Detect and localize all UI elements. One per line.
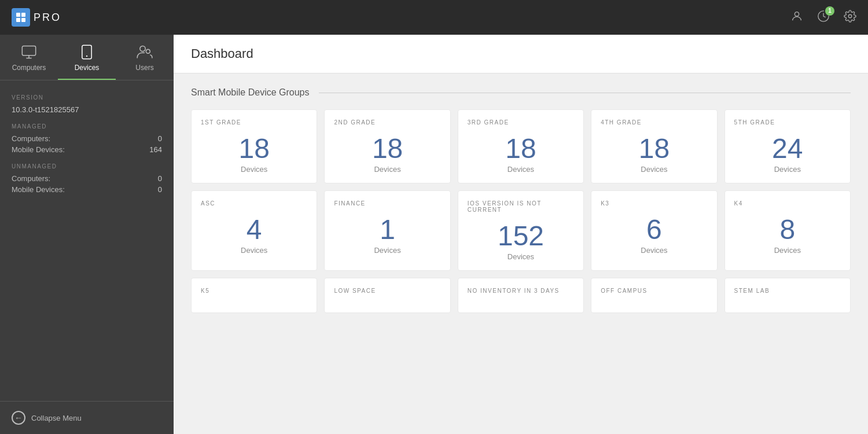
card-unit: Devices <box>201 165 307 174</box>
card-label: OFF CAMPUS <box>601 288 707 294</box>
device-groups-row-3: K5 LOW SPACE NO INVENTORY IN 3 DAYS OFF … <box>191 278 851 313</box>
card-label: 2ND GRADE <box>334 119 440 126</box>
settings-icon-button[interactable] <box>844 10 856 25</box>
card-count: 18 <box>601 135 707 163</box>
card-count: 6 <box>601 216 707 244</box>
managed-computers-row: Computers: 0 <box>12 134 162 143</box>
card-unit: Devices <box>468 252 574 261</box>
card-label: 3RD GRADE <box>468 119 574 126</box>
sidebar-item-computers-label: Computers <box>12 64 46 72</box>
device-card-4th-grade[interactable]: 4TH GRADE 18 Devices <box>591 109 717 183</box>
card-count: 152 <box>468 222 574 250</box>
device-card-finance[interactable]: FINANCE 1 Devices <box>324 190 450 271</box>
jamf-logo[interactable]: PRO <box>12 8 61 27</box>
card-count: 18 <box>201 135 307 163</box>
card-unit: Devices <box>334 165 440 174</box>
card-count: 8 <box>734 216 841 244</box>
logo-text: PRO <box>34 12 61 24</box>
device-card-k4[interactable]: K4 8 Devices <box>724 190 851 271</box>
card-label: FINANCE <box>334 200 440 207</box>
device-card-stem-lab[interactable]: STEM LAB <box>724 278 851 313</box>
card-label: K3 <box>601 200 707 207</box>
card-count: 18 <box>468 135 574 163</box>
card-label: IOS VERSION IS NOT CURRENT <box>468 200 574 213</box>
main-layout: Computers Devices Users V <box>0 35 868 434</box>
svg-rect-0 <box>16 13 20 17</box>
device-card-k5[interactable]: K5 <box>191 278 317 313</box>
device-card-off-campus[interactable]: OFF CAMPUS <box>591 278 717 313</box>
sidebar-item-devices-label: Devices <box>75 64 100 72</box>
device-card-asc[interactable]: ASC 4 Devices <box>191 190 317 271</box>
card-label: 4TH GRADE <box>601 119 707 126</box>
card-count: 24 <box>734 135 841 163</box>
top-nav-actions: 1 <box>790 10 856 25</box>
device-groups-row-1: 1ST GRADE 18 Devices 2ND GRADE 18 Device… <box>191 109 851 183</box>
sidebar-item-users[interactable]: Users <box>116 35 174 80</box>
sidebar-item-users-label: Users <box>135 64 153 72</box>
svg-point-4 <box>795 12 799 16</box>
dashboard-title: Dashboard <box>191 46 851 61</box>
card-label: K5 <box>201 288 307 294</box>
unmanaged-mobile-row: Mobile Devices: 0 <box>12 185 162 194</box>
svg-rect-3 <box>21 18 25 22</box>
unmanaged-computers-label: Computers: <box>12 174 50 183</box>
managed-mobile-label: Mobile Devices: <box>12 145 65 154</box>
card-label: K4 <box>734 200 841 207</box>
collapse-menu-button[interactable]: ← Collapse Menu <box>0 401 174 434</box>
sidebar-info: VERSION 10.3.0-t1521825567 MANAGED Compu… <box>0 80 174 401</box>
device-card-3rd-grade[interactable]: 3RD GRADE 18 Devices <box>458 109 584 183</box>
unmanaged-computers-value: 0 <box>158 174 162 183</box>
user-icon-button[interactable] <box>790 10 803 25</box>
card-unit: Devices <box>601 246 707 255</box>
device-card-1st-grade[interactable]: 1ST GRADE 18 Devices <box>191 109 317 183</box>
managed-label: MANAGED <box>12 123 162 130</box>
unmanaged-label: UNMANAGED <box>12 163 162 170</box>
sidebar: Computers Devices Users V <box>0 35 174 434</box>
logo-area: PRO <box>12 8 61 27</box>
svg-point-5 <box>848 14 852 18</box>
card-label: STEM LAB <box>734 288 841 294</box>
managed-mobile-value: 164 <box>149 145 162 154</box>
card-label: NO INVENTORY IN 3 DAYS <box>468 288 574 294</box>
card-count: 18 <box>334 135 440 163</box>
version-label: VERSION <box>12 94 162 101</box>
card-label: 1ST GRADE <box>201 119 307 126</box>
device-card-k3[interactable]: K3 6 Devices <box>591 190 717 271</box>
card-unit: Devices <box>201 246 307 255</box>
notification-badge: 1 <box>825 6 834 16</box>
card-unit: Devices <box>734 246 841 255</box>
sidebar-item-computers[interactable]: Computers <box>0 35 58 80</box>
card-label: LOW SPACE <box>334 288 440 294</box>
device-card-5th-grade[interactable]: 5TH GRADE 24 Devices <box>724 109 851 183</box>
dashboard-body: Smart Mobile Device Groups 1ST GRADE 18 … <box>174 73 868 434</box>
unmanaged-computers-row: Computers: 0 <box>12 174 162 183</box>
managed-computers-value: 0 <box>158 134 162 143</box>
card-count: 1 <box>334 216 440 244</box>
unmanaged-mobile-label: Mobile Devices: <box>12 185 65 194</box>
card-count: 4 <box>201 216 307 244</box>
card-unit: Devices <box>468 165 574 174</box>
collapse-menu-label: Collapse Menu <box>31 414 82 422</box>
card-unit: Devices <box>734 165 841 174</box>
dashboard-header: Dashboard <box>174 35 868 73</box>
managed-computers-label: Computers: <box>12 134 50 143</box>
card-unit: Devices <box>601 165 707 174</box>
section-title: Smart Mobile Device Groups <box>191 87 851 98</box>
device-card-ios-version[interactable]: IOS VERSION IS NOT CURRENT 152 Devices <box>458 190 584 271</box>
device-groups-row-2: ASC 4 Devices FINANCE 1 Devices IOS VERS… <box>191 190 851 271</box>
svg-point-11 <box>140 46 145 52</box>
notifications-icon-button[interactable]: 1 <box>817 10 830 25</box>
device-card-2nd-grade[interactable]: 2ND GRADE 18 Devices <box>324 109 450 183</box>
managed-mobile-row: Mobile Devices: 164 <box>12 145 162 154</box>
device-card-no-inventory[interactable]: NO INVENTORY IN 3 DAYS <box>458 278 584 313</box>
device-card-low-space[interactable]: LOW SPACE <box>324 278 450 313</box>
svg-point-12 <box>146 49 150 53</box>
svg-rect-1 <box>21 13 25 17</box>
sidebar-item-devices[interactable]: Devices <box>58 35 116 80</box>
top-navigation: PRO 1 <box>0 0 868 35</box>
card-label: 5TH GRADE <box>734 119 841 126</box>
unmanaged-mobile-value: 0 <box>158 185 162 194</box>
logo-icon <box>12 8 30 27</box>
content-area: Dashboard Smart Mobile Device Groups 1ST… <box>174 35 868 434</box>
card-unit: Devices <box>334 246 440 255</box>
